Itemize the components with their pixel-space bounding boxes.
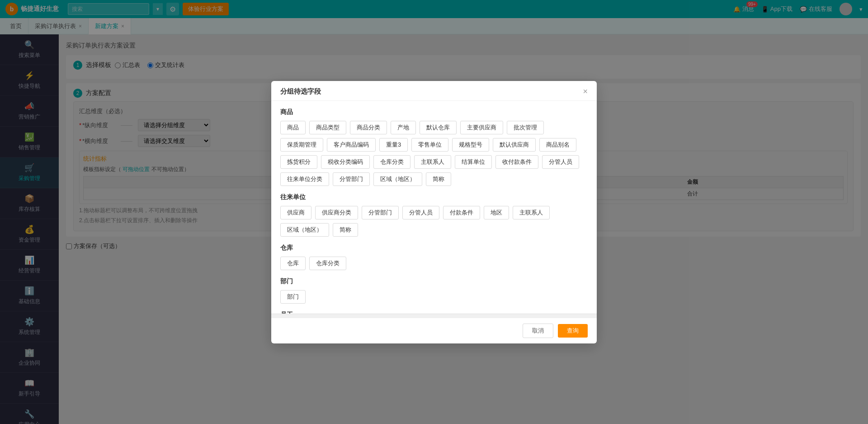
field-tag-origin[interactable]: 产地: [391, 121, 416, 134]
field-tag-pick-points[interactable]: 拣货积分: [280, 155, 317, 169]
field-tag-batch-mgmt[interactable]: 批次管理: [507, 121, 544, 134]
field-tag-partner-category[interactable]: 往来单位分类: [280, 172, 329, 186]
field-tag-warehouse-cat[interactable]: 仓库分类: [309, 257, 346, 270]
field-tag-warehouse-category[interactable]: 仓库分类: [373, 155, 410, 169]
modal-hscroll[interactable]: [271, 314, 597, 318]
field-tag-default-supplier[interactable]: 默认供应商: [493, 138, 536, 152]
modal-footer: 取消 查询: [271, 318, 597, 343]
field-tag-spec-model[interactable]: 规格型号: [452, 138, 489, 152]
field-tag-partner-payment[interactable]: 付款条件: [443, 206, 480, 219]
field-tag-partner-area[interactable]: 区域（地区）: [280, 223, 329, 237]
field-tag-dept[interactable]: 部门: [280, 290, 306, 304]
modal-overlay: 分组待选字段 × 商品 商品 商品类型 商品分类 产地 默认仓库 主要供应商 批…: [0, 0, 868, 424]
field-tag-partner-charge-person[interactable]: 分管人员: [402, 206, 439, 219]
field-tag-warehouse[interactable]: 仓库: [280, 257, 306, 270]
field-tag-weight3[interactable]: 重量3: [379, 138, 408, 152]
field-tag-partner-contact[interactable]: 主联系人: [513, 206, 550, 219]
section-dept-title: 部门: [280, 277, 588, 286]
modal-header: 分组待选字段 ×: [271, 81, 597, 101]
field-tag-partner-charge-dept[interactable]: 分管部门: [362, 206, 399, 219]
field-tag-settlement-unit[interactable]: 结算单位: [455, 155, 492, 169]
modal-title: 分组待选字段: [280, 87, 321, 96]
field-tag-partner-abbr[interactable]: 简称: [333, 223, 358, 237]
field-selection-modal: 分组待选字段 × 商品 商品 商品类型 商品分类 产地 默认仓库 主要供应商 批…: [271, 81, 597, 343]
field-tag-goods-alias[interactable]: 商品别名: [539, 138, 576, 152]
field-tag-customer-code[interactable]: 客户商品编码: [327, 138, 376, 152]
section-dept-tags: 部门: [280, 290, 588, 304]
section-partner: 往来单位 供应商 供应商分类 分管部门 分管人员 付款条件 地区 主联系人 区域…: [280, 193, 588, 237]
field-tag-goods-type[interactable]: 商品类型: [309, 121, 346, 134]
section-warehouse-title: 仓库: [280, 244, 588, 252]
field-tag-payment-terms[interactable]: 收付款条件: [495, 155, 538, 169]
field-tag-retail-unit[interactable]: 零售单位: [411, 138, 448, 152]
field-tag-charge-dept[interactable]: 分管部门: [333, 172, 370, 186]
field-tag-main-contact[interactable]: 主联系人: [414, 155, 451, 169]
modal-confirm-btn[interactable]: 查询: [558, 324, 588, 338]
field-tag-goods-category[interactable]: 商品分类: [350, 121, 387, 134]
section-partner-tags: 供应商 供应商分类 分管部门 分管人员 付款条件 地区 主联系人 区域（地区） …: [280, 206, 588, 237]
modal-close-btn[interactable]: ×: [583, 87, 588, 95]
field-tag-charge-person[interactable]: 分管人员: [542, 155, 579, 169]
section-warehouse-tags: 仓库 仓库分类: [280, 257, 588, 270]
field-tag-main-supplier[interactable]: 主要供应商: [460, 121, 503, 134]
field-tag-abbr[interactable]: 简称: [426, 172, 451, 186]
field-tag-partner-region[interactable]: 地区: [484, 206, 509, 219]
modal-body: 商品 商品 商品类型 商品分类 产地 默认仓库 主要供应商 批次管理 保质期管理…: [271, 101, 597, 314]
field-tag-region[interactable]: 区域（地区）: [373, 172, 422, 186]
field-tag-tax-code[interactable]: 税收分类编码: [321, 155, 370, 169]
field-tag-default-warehouse[interactable]: 默认仓库: [420, 121, 457, 134]
section-goods-title: 商品: [280, 108, 588, 116]
field-tag-quality-mgmt[interactable]: 保质期管理: [280, 138, 323, 152]
modal-cancel-btn[interactable]: 取消: [523, 324, 553, 338]
section-goods-tags: 商品 商品类型 商品分类 产地 默认仓库 主要供应商 批次管理 保质期管理 客户…: [280, 121, 588, 186]
section-goods: 商品 商品 商品类型 商品分类 产地 默认仓库 主要供应商 批次管理 保质期管理…: [280, 108, 588, 186]
field-tag-goods[interactable]: 商品: [280, 121, 306, 134]
section-dept: 部门 部门: [280, 277, 588, 304]
field-tag-supplier[interactable]: 供应商: [280, 206, 311, 219]
field-tag-supplier-category[interactable]: 供应商分类: [315, 206, 358, 219]
section-partner-title: 往来单位: [280, 193, 588, 201]
section-warehouse: 仓库 仓库 仓库分类: [280, 244, 588, 270]
